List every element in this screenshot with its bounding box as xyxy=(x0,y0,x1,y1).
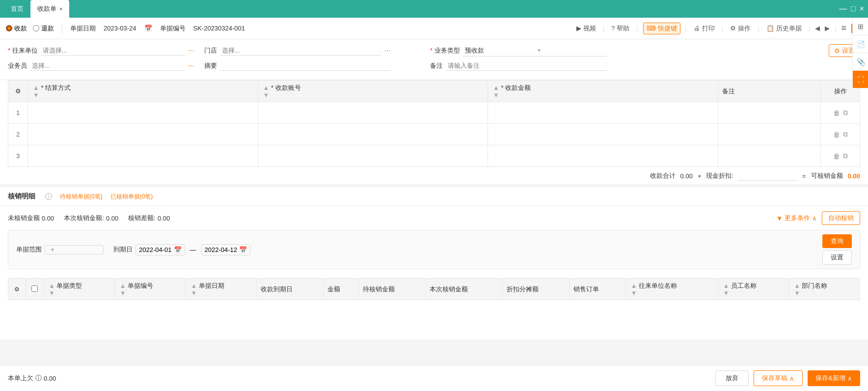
list-view-btn[interactable]: ≡ xyxy=(841,23,846,33)
print-icon: 🖨 xyxy=(694,25,700,32)
btcol-settings[interactable]: ⚙ xyxy=(8,279,26,300)
btcol-checkbox[interactable] xyxy=(26,279,44,300)
business-type-arrow[interactable]: ▼ xyxy=(535,47,607,54)
nav-right-btn[interactable]: ▶ xyxy=(825,25,830,32)
business-type-label: 业务类型 xyxy=(430,46,460,55)
draft-btn[interactable]: 保存草稿 ∧ xyxy=(754,370,803,386)
right-panel-screen-icon[interactable]: ⛶ xyxy=(853,71,868,88)
row-1-delete-icon[interactable]: 🗑 xyxy=(833,109,840,117)
bottom-info-label: 本单上欠 xyxy=(8,374,33,383)
row-3-remark[interactable] xyxy=(718,145,821,167)
completed-tab[interactable]: 已核销单据(0笔) xyxy=(110,193,153,201)
tab-receipt-close[interactable]: × xyxy=(59,6,62,12)
row-3-amount[interactable] xyxy=(488,145,718,167)
row-2-remark[interactable] xyxy=(718,124,821,145)
calendar-icon[interactable]: 📅 xyxy=(144,25,152,32)
bottom-info-icon[interactable]: ⓘ xyxy=(35,374,42,383)
equals-label: = xyxy=(802,172,806,180)
remark-input[interactable] xyxy=(446,61,607,71)
bottom-info: 本单上欠 ⓘ 0.00 xyxy=(8,374,56,383)
counterparty-more-btn[interactable]: ··· xyxy=(188,47,194,55)
radio-refund[interactable]: 退款 xyxy=(33,24,54,33)
more-conditions-btn[interactable]: ▼ 更多条件 ∧ xyxy=(776,214,817,223)
verification-header: 核销明细 i 待核销单据(0笔) 已核销单据(0笔) xyxy=(0,187,868,206)
col-settings[interactable]: ⚙ xyxy=(8,81,28,102)
doc-range-select[interactable]: ▼ xyxy=(45,245,104,254)
row-1-remark[interactable] xyxy=(718,102,821,124)
row-3-delete-icon[interactable]: 🗑 xyxy=(833,152,840,160)
verification-info-icon[interactable]: i xyxy=(45,193,52,200)
unreconciled-stat: 未核销金额 0.00 xyxy=(8,214,54,223)
tab-receipt[interactable]: 收款单 × xyxy=(30,0,69,18)
bottom-info-value: 0.00 xyxy=(44,375,56,382)
form-row-2: 业务员 ··· 摘要 备注 xyxy=(8,61,860,71)
discount-input[interactable] xyxy=(738,171,797,181)
print-label: 打印 xyxy=(702,24,715,33)
due-date-to-input[interactable]: 2022-04-12 📅 xyxy=(201,244,251,255)
business-type-select[interactable]: 预收款 ▼ xyxy=(463,45,607,56)
available-label: 可核销金额 xyxy=(811,171,843,180)
help-icon: ? xyxy=(611,25,615,32)
discard-btn[interactable]: 放弃 xyxy=(715,370,749,386)
row-1-copy-icon[interactable]: ⧉ xyxy=(843,109,848,117)
auto-reconcile-btn[interactable]: 自动核销 xyxy=(822,211,860,225)
row-2-account[interactable] xyxy=(258,124,488,145)
operations-btn[interactable]: ⚙ 操作 xyxy=(728,23,753,34)
staff-more-btn[interactable]: ··· xyxy=(188,62,194,70)
nav-left-btn[interactable]: ◀ xyxy=(815,25,820,32)
right-panel-table-icon[interactable]: ⊞ xyxy=(853,18,868,35)
btcol-dept: ▲▼ 部门名称 xyxy=(789,279,860,300)
right-panel-doc-icon[interactable]: 📄 xyxy=(853,35,868,53)
total-value: 0.00 xyxy=(680,172,693,180)
video-btn[interactable]: ▶ 视频 xyxy=(574,23,598,34)
row-3-account[interactable] xyxy=(258,145,488,167)
more-conditions-label: 更多条件 xyxy=(785,214,810,223)
staff-field: 业务员 ··· xyxy=(8,61,194,71)
row-2-settlement[interactable] xyxy=(28,124,258,145)
save-btn[interactable]: 保存&新增 ∧ xyxy=(808,370,860,386)
table-settings-icon[interactable]: ⚙ xyxy=(15,87,21,95)
table-row: 1 🗑 ⧉ xyxy=(8,102,860,124)
staff-input[interactable] xyxy=(30,61,185,71)
verification-area: 未核销金额 0.00 本次核销金额: 0.00 核销差额: 0.00 ▼ 更多条… xyxy=(0,206,868,278)
row-2-delete-icon[interactable]: 🗑 xyxy=(833,131,840,139)
row-1-amount[interactable] xyxy=(488,102,718,124)
calendar-to-icon[interactable]: 📅 xyxy=(239,246,247,253)
history-btn[interactable]: 📋 历史单据 xyxy=(764,23,804,34)
store-input[interactable] xyxy=(220,46,381,56)
query-btn[interactable]: 查询 xyxy=(822,234,852,248)
filter-settings-btn[interactable]: 设置 xyxy=(822,250,852,265)
doc-range-arrow: ▼ xyxy=(50,247,55,252)
bottom-table-area: ⚙ ▲▼ 单据类型 ▲▼ 单据编号 ▲▼ 单据日期 收款到期日 xyxy=(0,278,868,339)
right-panel-clip-icon[interactable]: 📎 xyxy=(853,53,868,71)
select-all-checkbox[interactable] xyxy=(31,285,38,292)
row-2-copy-icon[interactable]: ⧉ xyxy=(843,130,848,139)
history-icon: 📋 xyxy=(766,25,774,32)
print-btn[interactable]: 🖨 打印 xyxy=(692,23,717,34)
pending-tab[interactable]: 待核销单据(0笔) xyxy=(60,193,103,201)
help-btn[interactable]: ? 帮助 xyxy=(609,23,631,34)
counterparty-input[interactable] xyxy=(41,46,185,56)
ver-right: ▼ 更多条件 ∧ 自动核销 xyxy=(776,211,860,225)
btcol-duedate: 收款到期日 xyxy=(257,279,324,300)
window-controls: — □ × xyxy=(839,4,864,13)
row-1-account[interactable] xyxy=(258,102,488,124)
discount-label: 现金折扣: xyxy=(706,171,733,180)
minimize-btn[interactable]: — xyxy=(839,4,847,13)
store-more-btn[interactable]: ··· xyxy=(384,47,391,55)
summary-input[interactable] xyxy=(220,61,391,71)
bottom-table: ⚙ ▲▼ 单据类型 ▲▼ 单据编号 ▲▼ 单据日期 收款到期日 xyxy=(8,278,860,300)
row-1-settlement[interactable] xyxy=(28,102,258,124)
btcol-amount-label: 金额 xyxy=(327,285,340,293)
calendar-from-icon[interactable]: 📅 xyxy=(174,246,182,253)
col-operation-label: 操作 xyxy=(834,87,847,95)
row-3-settlement[interactable] xyxy=(28,145,258,167)
row-3-copy-icon[interactable]: ⧉ xyxy=(843,152,848,160)
radio-receipt[interactable]: 收款 xyxy=(6,24,27,33)
maximize-btn[interactable]: □ xyxy=(851,4,856,13)
tab-home[interactable]: 首页 xyxy=(4,0,30,18)
close-btn[interactable]: × xyxy=(860,4,864,13)
shortcut-btn[interactable]: ⌨ 快捷键 xyxy=(643,23,680,34)
due-date-from-input[interactable]: 2022-04-01 📅 xyxy=(136,244,185,255)
row-2-amount[interactable] xyxy=(488,124,718,145)
